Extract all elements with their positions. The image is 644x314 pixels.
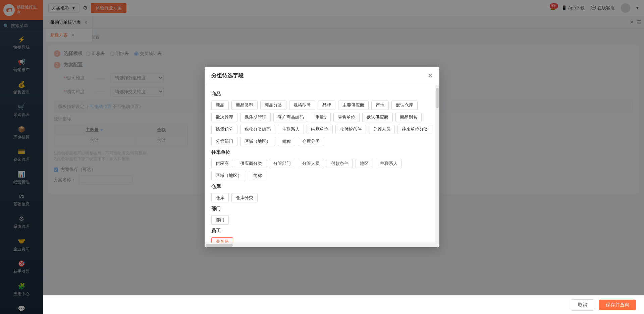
tag-区域（地区）[interactable]: 区域（地区） [211, 171, 246, 180]
modal: 分组待选字段 ✕ 商品商品商品类型商品分类规格型号品牌主要供应商产地默认仓库批次… [205, 67, 439, 247]
tag-收付款条件[interactable]: 收付款条件 [335, 125, 366, 134]
tag-客户商品编码[interactable]: 客户商品编码 [273, 113, 308, 122]
tag-规格型号[interactable]: 规格型号 [289, 101, 315, 110]
modal-header: 分组待选字段 ✕ [205, 67, 439, 85]
modal-overlay: 分组待选字段 ✕ 商品商品商品类型商品分类规格型号品牌主要供应商产地默认仓库批次… [0, 0, 644, 314]
tag-供应商分类[interactable]: 供应商分类 [236, 159, 266, 168]
tag-grid-department: 部门 [211, 215, 433, 225]
tag-grid-employee: 业务员 [211, 237, 433, 243]
tag-默认供应商[interactable]: 默认供应商 [362, 113, 393, 122]
tag-grid-goods: 商品商品类型商品分类规格型号品牌主要供应商产地默认仓库批次管理保质期管理客户商品… [211, 101, 433, 146]
tag-税收分类编码[interactable]: 税收分类编码 [240, 125, 275, 134]
section-title-goods: 商品 [211, 91, 433, 97]
save-button[interactable]: 保存并查询 [599, 300, 636, 310]
tag-付款条件[interactable]: 付款条件 [327, 159, 353, 168]
tag-grid-warehouse: 仓库仓库分类 [211, 193, 433, 202]
tag-部门[interactable]: 部门 [211, 215, 229, 225]
tag-简称[interactable]: 简称 [278, 137, 295, 146]
tag-品牌[interactable]: 品牌 [318, 101, 335, 110]
tag-保质期管理[interactable]: 保质期管理 [240, 113, 271, 122]
tag-区域（地区）[interactable]: 区域（地区） [240, 137, 275, 146]
tag-仓库[interactable]: 仓库 [211, 193, 229, 202]
tag-分管人员[interactable]: 分管人员 [298, 159, 324, 168]
section-title-contacts: 往来单位 [211, 149, 433, 155]
section-title-department: 部门 [211, 206, 433, 212]
tag-拣货积分[interactable]: 拣货积分 [211, 125, 237, 134]
bottom-bar: 取消 保存并查询 [43, 295, 644, 314]
modal-bottom-scrollbar-thumb [206, 244, 233, 247]
section-title-warehouse: 仓库 [211, 184, 433, 190]
modal-title: 分组待选字段 [211, 72, 244, 79]
tag-仓库分类[interactable]: 仓库分类 [231, 193, 258, 202]
tag-分管部门[interactable]: 分管部门 [211, 137, 237, 146]
tag-往来单位分类[interactable]: 往来单位分类 [397, 125, 432, 134]
tag-商品分类[interactable]: 商品分类 [260, 101, 286, 110]
tag-主联系人[interactable]: 主联系人 [278, 125, 304, 134]
tag-商品[interactable]: 商品 [211, 101, 229, 110]
tag-分管人员[interactable]: 分管人员 [369, 125, 395, 134]
tag-主联系人[interactable]: 主联系人 [376, 159, 402, 168]
modal-close-button[interactable]: ✕ [428, 72, 433, 79]
modal-scrollbar-thumb [436, 88, 439, 108]
tag-分管部门[interactable]: 分管部门 [269, 159, 295, 168]
tag-零售单位[interactable]: 零售单位 [333, 113, 360, 122]
tag-地区[interactable]: 地区 [356, 159, 373, 168]
modal-body: 商品商品商品类型商品分类规格型号品牌主要供应商产地默认仓库批次管理保质期管理客户… [205, 85, 439, 243]
tag-产地[interactable]: 产地 [371, 101, 389, 110]
tag-商品别名[interactable]: 商品别名 [395, 113, 422, 122]
tag-仓库分类[interactable]: 仓库分类 [298, 137, 324, 146]
tag-批次管理[interactable]: 批次管理 [211, 113, 237, 122]
tag-主要供应商[interactable]: 主要供应商 [338, 101, 369, 110]
tag-结算单位[interactable]: 结算单位 [307, 125, 333, 134]
tag-默认仓库[interactable]: 默认仓库 [391, 101, 418, 110]
tag-商品类型[interactable]: 商品类型 [231, 101, 258, 110]
section-title-employee: 员工 [211, 228, 433, 234]
modal-scrollbar[interactable] [435, 85, 439, 247]
cancel-button[interactable]: 取消 [571, 299, 594, 311]
tag-供应商[interactable]: 供应商 [211, 159, 233, 168]
tag-业务员[interactable]: 业务员 [211, 237, 233, 243]
modal-bottom-scrollbar[interactable] [205, 243, 439, 247]
tag-简称[interactable]: 简称 [249, 171, 266, 180]
tag-grid-contacts: 供应商供应商分类分管部门分管人员付款条件地区主联系人区域（地区）简称 [211, 159, 433, 180]
tag-重量3[interactable]: 重量3 [311, 113, 331, 122]
